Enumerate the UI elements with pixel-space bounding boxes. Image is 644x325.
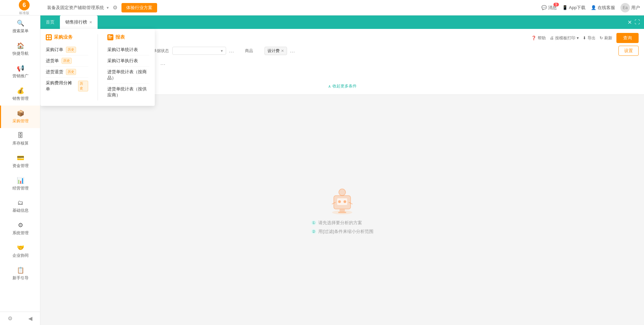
sidebar-item-finance[interactable]: 💳 资金管理 <box>0 150 40 173</box>
tab-sales-ranking[interactable]: 销售排行榜 ✕ <box>60 15 98 29</box>
dropdown-divider <box>98 34 98 100</box>
app-logo[interactable]: 6 <box>19 0 30 10</box>
product-tag-close[interactable]: ✕ <box>281 49 284 53</box>
sidebar-item-quick-nav[interactable]: 🏠 快捷导航 <box>0 38 40 60</box>
header-right: 💬 消息 9 📱 App下载 👤 在线客服 Ea 用户 <box>541 3 640 12</box>
sidebar-item-basic-info[interactable]: 🗂 基础信息 <box>0 195 40 217</box>
report-col-title-text: 报表 <box>115 34 125 40</box>
tab-sales-ranking-close[interactable]: ✕ <box>89 20 92 25</box>
document-status-select[interactable] <box>172 47 226 55</box>
sidebar-item-sales[interactable]: 💰 销售管理 <box>0 83 40 106</box>
product-tag-text: 设计费 <box>267 48 280 54</box>
app-download-btn[interactable]: 📱 App下载 <box>562 5 585 11</box>
export-btn[interactable]: ⬇ 导出 <box>583 35 596 41</box>
tab-home-label: 首页 <box>46 19 55 25</box>
purchase-cost-history-badge: 历史 <box>78 81 88 91</box>
header-settings-icon[interactable]: ⚙ <box>113 4 117 11</box>
sidebar-item-search[interactable]: 🔍 搜索菜单 <box>0 15 40 38</box>
print-arrow-icon: ▾ <box>577 36 579 40</box>
sidebar-label-business: 经营管理 <box>12 186 29 191</box>
dropdown-purchase-order[interactable]: 采购订单 历史 <box>46 44 88 55</box>
search-icon: 🔍 <box>17 19 24 27</box>
industry-btn[interactable]: 体验行业方案 <box>121 3 157 12</box>
empty-illustration <box>325 186 359 216</box>
product-dots[interactable]: … <box>290 48 295 54</box>
refresh-btn[interactable]: ↻ 刷新 <box>600 35 612 41</box>
user-label: 用户 <box>631 5 640 11</box>
sidebar-label-marketing: 营销推广 <box>12 73 29 79</box>
sidebar-item-cooperation[interactable]: 🤝 企业协同 <box>0 240 40 262</box>
sidebar-item-system[interactable]: ⚙ 系统管理 <box>0 217 40 240</box>
report-col-title: 报表 <box>107 34 150 40</box>
export-icon: ⬇ <box>583 36 586 40</box>
dropdown-purchase-order-stat-label: 采购订单统计表 <box>107 47 138 53</box>
sidebar-label-inventory: 库存核算 <box>12 140 29 146</box>
title-arrow-icon[interactable]: ▾ <box>107 5 109 10</box>
document-status-select-wrap <box>172 47 226 55</box>
dropdown-goods-receipt-label: 进货单 <box>46 58 59 64</box>
system-title: 装备及固定资产辅助管理系统 <box>47 5 104 11</box>
query-btn[interactable]: 查询 <box>616 33 639 43</box>
tab-home[interactable]: 首页 <box>40 15 60 29</box>
purchase-col-title-text: 采购业务 <box>54 34 73 40</box>
dropdown-purchase-cost-label: 采购费用分摊单 <box>46 80 75 92</box>
tab-expand-icon[interactable]: ⛶ <box>635 19 640 25</box>
sidebar-settings-btn[interactable]: ⚙ <box>8 315 12 322</box>
svg-point-11 <box>344 200 346 203</box>
collapse-icon: ∧ <box>328 84 331 89</box>
report-col-icon <box>107 34 113 40</box>
sidebar-label-sales: 销售管理 <box>12 96 29 101</box>
sidebar-collapse-btn[interactable]: ◀ <box>28 315 32 322</box>
dropdown-purchase-return-label: 进货退货 <box>46 69 63 75</box>
dropdown-goods-receipt-stat-product[interactable]: 进货单统计表（按商品） <box>107 67 150 84</box>
document-status-dots[interactable]: … <box>229 48 234 54</box>
print-btn[interactable]: 🖨 按模板打印 ▾ <box>550 35 579 41</box>
message-badge: 9 <box>553 3 559 6</box>
tab-close-icon[interactable]: ✕ <box>628 19 632 26</box>
online-service-label: 在线客服 <box>598 5 615 11</box>
print-label: 按模板打印 <box>555 35 575 41</box>
dropdown-purchase-return[interactable]: 进货退货 历史 <box>46 67 88 78</box>
salesperson-dots[interactable]: … <box>160 60 166 66</box>
top-header: 6 标准版 装备及固定资产辅助管理系统 ▾ ⚙ 体验行业方案 💬 消息 9 📱 … <box>0 0 644 15</box>
empty-text-block: ① 请先选择要分析的方案 ② 用[过滤]条件来缩小分析范围 <box>311 220 373 235</box>
empty-state: ① 请先选择要分析的方案 ② 用[过滤]条件来缩小分析范围 <box>40 95 644 325</box>
svg-rect-6 <box>108 35 110 36</box>
sidebar-item-marketing[interactable]: 📢 营销推广 <box>0 60 40 83</box>
document-status-label: 单据状态 <box>153 48 170 54</box>
dropdown-purchase-cost[interactable]: 采购费用分摊单 历史 <box>46 78 88 94</box>
dropdown-goods-receipt[interactable]: 进货单 历史 <box>46 55 88 67</box>
export-label: 导出 <box>587 35 596 41</box>
dropdown-purchase-order-label: 采购订单 <box>46 47 63 53</box>
sidebar-item-inventory[interactable]: 🗄 库存核算 <box>0 128 40 150</box>
product-label: 商品 <box>245 48 262 54</box>
svg-point-16 <box>339 189 346 196</box>
refresh-icon: ↻ <box>600 36 603 40</box>
online-service-btn[interactable]: 👤 在线客服 <box>591 5 615 11</box>
settings-btn[interactable]: 设置 <box>618 46 639 56</box>
logo-tag: 标准版 <box>19 11 29 15</box>
svg-rect-12 <box>339 209 345 212</box>
marketing-icon: 📢 <box>17 65 24 72</box>
message-btn[interactable]: 💬 消息 9 <box>541 5 557 11</box>
purchase-col: 采购业务 采购订单 历史 进货单 历史 进货退货 历史 <box>46 34 88 100</box>
help-btn[interactable]: ❓ 帮助 <box>531 35 546 41</box>
sidebar-label-quick-nav: 快捷导航 <box>12 51 29 56</box>
svg-point-10 <box>338 200 341 203</box>
sidebar-bottom: ⚙ ◀ <box>0 312 40 325</box>
svg-rect-0 <box>47 35 48 37</box>
sidebar-item-business[interactable]: 📊 经营管理 <box>0 173 40 195</box>
dropdown-goods-receipt-stat-supplier[interactable]: 进货单统计表（按供应商） <box>107 84 150 100</box>
sidebar-item-guide[interactable]: 📋 新手引导 <box>0 262 40 285</box>
sidebar-label-system: 系统管理 <box>12 230 29 236</box>
basic-info-icon: 🗂 <box>17 199 24 206</box>
dropdown-purchase-order-exec[interactable]: 采购订单执行表 <box>107 55 150 67</box>
empty-text-line2-content: 用[过滤]条件来缩小分析范围 <box>318 229 373 235</box>
sidebar-item-purchase[interactable]: 📦 采购管理 <box>0 106 40 128</box>
user-btn[interactable]: Ea 用户 <box>620 3 640 12</box>
sidebar-label-finance: 资金管理 <box>12 163 29 169</box>
sidebar-label-purchase: 采购管理 <box>12 118 29 124</box>
svg-rect-4 <box>108 36 112 37</box>
dropdown-purchase-order-stat[interactable]: 采购订单统计表 <box>107 44 150 55</box>
finance-icon: 💳 <box>17 154 24 162</box>
